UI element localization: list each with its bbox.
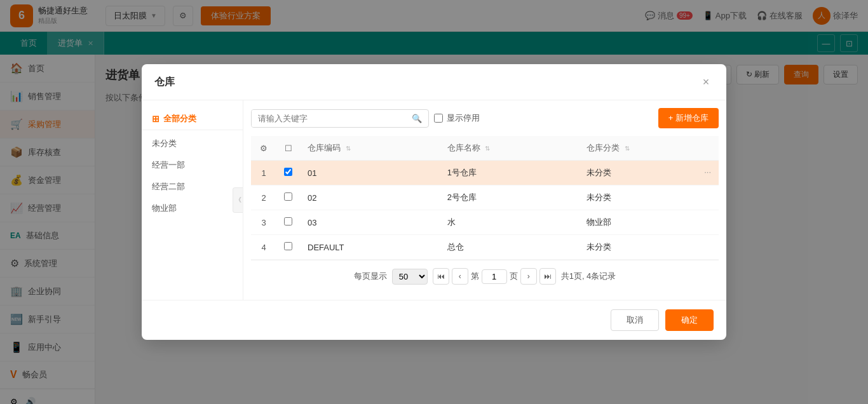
row-check-input[interactable] xyxy=(284,168,292,176)
page-first-btn[interactable]: ⏮ xyxy=(433,268,449,285)
row-index: 4 xyxy=(251,235,276,260)
page-size-select[interactable]: 50 10 20 100 xyxy=(392,269,428,285)
cancel-btn[interactable]: 取消 xyxy=(611,309,659,331)
row-category: 未分类 ··· xyxy=(579,161,719,185)
category-collapse-btn[interactable]: 《 xyxy=(233,187,243,213)
category-item-dept2[interactable]: 经营二部 xyxy=(142,176,243,198)
modal-overlay: 仓库 × ⊞ 全部分类 未分类 经营一部 经营二部 物业部 《 xyxy=(0,0,868,404)
warehouse-table: ⚙ ☐ 仓库编码 ⇅ 仓库名称 ⇅ 仓库分类 ⇅ 1 01 1号仓库 未分类 ·… xyxy=(251,136,719,260)
category-header-label: 全部分类 xyxy=(163,113,196,125)
row-more-icon[interactable]: ··· xyxy=(704,167,711,177)
table-panel: 🔍 显示停用 + 新增仓库 ⚙ ☐ 仓库编码 ⇅ 仓库名称 ⇅ xyxy=(243,100,726,300)
add-warehouse-btn[interactable]: + 新增仓库 xyxy=(658,108,719,128)
page-last-btn[interactable]: ⏭ xyxy=(539,268,556,285)
row-checkbox-cell[interactable] xyxy=(276,161,300,185)
row-index: 1 xyxy=(251,161,276,185)
dialog-body: ⊞ 全部分类 未分类 经营一部 经营二部 物业部 《 🔍 xyxy=(142,100,726,300)
category-item-dept1[interactable]: 经营一部 xyxy=(142,154,243,176)
search-input[interactable] xyxy=(252,110,405,127)
row-name: 2号仓库 xyxy=(440,185,580,210)
show-disabled-label: 显示停用 xyxy=(434,112,480,124)
col-checkbox: ☐ xyxy=(276,136,300,161)
category-panel: ⊞ 全部分类 未分类 经营一部 经营二部 物业部 《 xyxy=(142,100,243,300)
warehouse-dialog: 仓库 × ⊞ 全部分类 未分类 经营一部 经营二部 物业部 《 xyxy=(142,64,726,340)
row-checkbox-cell[interactable] xyxy=(276,210,300,235)
page-size-label: 每页显示 xyxy=(354,271,387,282)
search-box: 🔍 xyxy=(251,109,429,128)
row-code: 02 xyxy=(300,185,440,210)
sort-category-icon: ⇅ xyxy=(625,145,630,152)
confirm-btn[interactable]: 确定 xyxy=(665,309,714,331)
dialog-header: 仓库 × xyxy=(142,64,726,100)
page-label-pre: 第 xyxy=(471,271,479,282)
current-page-input[interactable] xyxy=(482,269,507,284)
grid-icon: ⊞ xyxy=(152,114,159,124)
dialog-footer: 取消 确定 xyxy=(142,300,726,340)
table-row[interactable]: 4 DEFAULT 总仓 未分类 xyxy=(251,235,719,260)
dialog-title: 仓库 xyxy=(154,76,175,89)
row-code: 01 xyxy=(300,161,440,185)
sort-code-icon: ⇅ xyxy=(346,145,351,152)
row-name: 总仓 xyxy=(440,235,580,260)
table-toolbar: 🔍 显示停用 + 新增仓库 xyxy=(251,108,719,128)
row-check-input[interactable] xyxy=(284,217,292,226)
page-label: 页 xyxy=(510,271,518,282)
row-code: DEFAULT xyxy=(300,235,440,260)
table-row[interactable]: 1 01 1号仓库 未分类 ··· xyxy=(251,161,719,185)
dialog-close-btn[interactable]: × xyxy=(698,74,714,90)
col-category: 仓库分类 ⇅ xyxy=(579,136,719,161)
row-check-input[interactable] xyxy=(284,242,292,250)
pagination: 每页显示 50 10 20 100 ⏮ ‹ 第 页 › ⏭ xyxy=(251,260,719,292)
row-code: 03 xyxy=(300,210,440,235)
table-row[interactable]: 3 03 水 物业部 xyxy=(251,210,719,235)
col-name: 仓库名称 ⇅ xyxy=(440,136,580,161)
row-name: 水 xyxy=(440,210,580,235)
row-index: 2 xyxy=(251,185,276,210)
row-category: 物业部 xyxy=(579,210,719,235)
row-category: 未分类 xyxy=(579,235,719,260)
category-header[interactable]: ⊞ 全部分类 xyxy=(142,108,243,130)
show-disabled-checkbox[interactable] xyxy=(434,114,443,123)
row-checkbox-cell[interactable] xyxy=(276,235,300,260)
col-code: 仓库编码 ⇅ xyxy=(300,136,440,161)
sort-name-icon: ⇅ xyxy=(485,145,490,152)
page-prev-btn[interactable]: ‹ xyxy=(452,268,468,285)
row-category: 未分类 xyxy=(579,185,719,210)
category-item-property[interactable]: 物业部 xyxy=(142,198,243,219)
row-index: 3 xyxy=(251,210,276,235)
col-gear: ⚙ xyxy=(251,136,276,161)
show-disabled-text: 显示停用 xyxy=(447,112,480,124)
table-row[interactable]: 2 02 2号仓库 未分类 xyxy=(251,185,719,210)
page-next-btn[interactable]: › xyxy=(520,268,537,285)
row-check-input[interactable] xyxy=(284,192,292,201)
search-icon[interactable]: 🔍 xyxy=(405,114,428,123)
pagination-summary: 共1页, 4条记录 xyxy=(561,271,616,282)
row-name: 1号仓库 xyxy=(440,161,580,185)
page-nav: ⏮ ‹ 第 页 › ⏭ xyxy=(433,268,556,285)
category-item-uncategorized[interactable]: 未分类 xyxy=(142,133,243,154)
table-header-row: ⚙ ☐ 仓库编码 ⇅ 仓库名称 ⇅ 仓库分类 ⇅ xyxy=(251,136,719,161)
row-checkbox-cell[interactable] xyxy=(276,185,300,210)
